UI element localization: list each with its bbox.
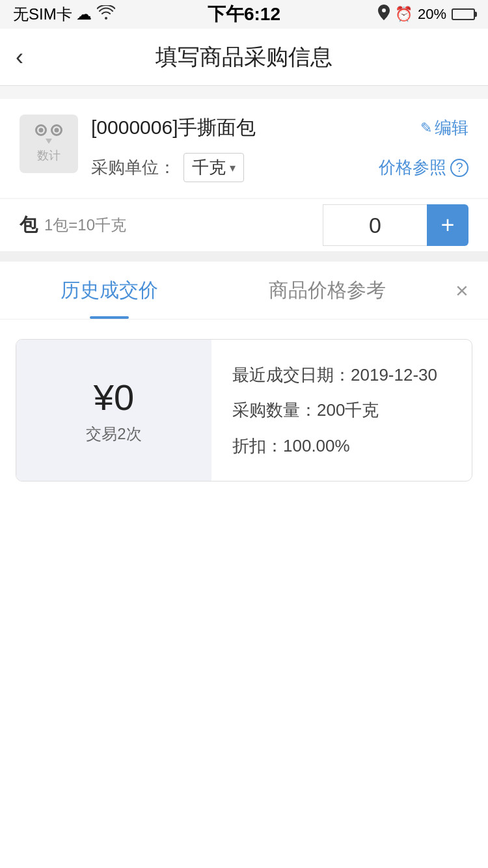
- history-price-right: 最近成交日期：2019-12-30 采购数量：200千克 折扣：100.00%: [211, 340, 472, 481]
- tab-price-ref-label: 商品价格参考: [269, 277, 386, 304]
- recent-date-row: 最近成交日期：2019-12-30: [232, 363, 451, 387]
- status-bar: 无SIM卡 ☁ 下午6:12 ⏰ 20%: [0, 0, 488, 29]
- tabs-section: 历史成交价 商品价格参考 × ¥0 交易2次 最近成交日期：2019-12-30…: [0, 262, 488, 501]
- history-price-left: ¥0 交易2次: [16, 340, 211, 481]
- quantity-controls: 0 +: [323, 204, 468, 246]
- section-divider: [0, 251, 488, 262]
- history-price-card: ¥0 交易2次 最近成交日期：2019-12-30 采购数量：200千克 折扣：…: [16, 339, 472, 481]
- main-content-area: [0, 501, 488, 868]
- info-icon: ?: [450, 159, 468, 177]
- unit-label: 采购单位：: [91, 157, 176, 177]
- location-icon: [378, 5, 390, 24]
- tab-history-label: 历史成交价: [61, 277, 158, 304]
- recent-date-value: 2019-12-30: [351, 365, 437, 385]
- tabs-close-button[interactable]: ×: [436, 262, 488, 319]
- recent-date-label: 最近成交日期：: [232, 365, 351, 385]
- quantity-input[interactable]: 0: [323, 204, 427, 246]
- product-name-row: [0000006]手撕面包 ✎ 编辑: [91, 115, 468, 141]
- discount-row: 折扣：100.00%: [232, 434, 451, 457]
- edit-label: 编辑: [435, 116, 468, 139]
- product-card: 数计 [0000006]手撕面包 ✎ 编辑 采购单位： 千克 ▾ 价格参照 ?: [0, 99, 488, 198]
- status-left: 无SIM卡 ☁: [13, 4, 115, 25]
- dropdown-arrow-icon: ▾: [230, 161, 236, 175]
- alarm-icon: ⏰: [395, 6, 413, 23]
- status-time: 下午6:12: [208, 2, 280, 27]
- product-thumbnail: 数计: [20, 115, 78, 173]
- tabs-header: 历史成交价 商品价格参考 ×: [0, 262, 488, 319]
- wifi-icon: [97, 5, 115, 23]
- battery-icon: [452, 8, 475, 20]
- price-ref-button[interactable]: 价格参照 ?: [379, 156, 468, 179]
- product-logo: 数计: [35, 124, 62, 163]
- quantity-row: 包 1包=10千克 0 +: [0, 199, 488, 251]
- carrier-text: 无SIM卡 ☁: [13, 4, 92, 25]
- quantity-plus-button[interactable]: +: [427, 204, 468, 246]
- battery-percent: 20%: [418, 6, 446, 23]
- history-trades-count: 交易2次: [86, 424, 141, 444]
- quantity-unit-info: 包 1包=10千克: [20, 213, 126, 237]
- close-icon: ×: [455, 278, 468, 303]
- unit-selector[interactable]: 千克 ▾: [183, 153, 244, 182]
- unit-value: 千克: [192, 156, 226, 179]
- tab-history-price[interactable]: 历史成交价: [0, 262, 218, 319]
- product-details: [0000006]手撕面包 ✎ 编辑 采购单位： 千克 ▾ 价格参照 ?: [91, 115, 468, 182]
- unit-section: 采购单位： 千克 ▾: [91, 153, 244, 182]
- quantity-row-detail: 采购数量：200千克: [232, 398, 451, 422]
- quantity-detail-value: 200千克: [317, 400, 379, 420]
- nav-bar: ‹ 填写商品采购信息: [0, 29, 488, 86]
- unit-badge: 包: [20, 213, 38, 237]
- page-title: 填写商品采购信息: [156, 42, 332, 72]
- quantity-detail-label: 采购数量：: [232, 400, 317, 420]
- plus-icon: +: [441, 211, 454, 239]
- price-ref-label: 价格参照: [379, 156, 446, 179]
- product-unit-row: 采购单位： 千克 ▾ 价格参照 ?: [91, 153, 468, 182]
- history-price-content: ¥0 交易2次 最近成交日期：2019-12-30 采购数量：200千克 折扣：…: [0, 319, 488, 501]
- discount-label: 折扣：: [232, 436, 283, 455]
- back-button[interactable]: ‹: [16, 44, 23, 71]
- history-price-value: ¥0: [94, 376, 134, 418]
- discount-value: 100.00%: [283, 436, 350, 455]
- quantity-value: 0: [369, 213, 381, 238]
- edit-button[interactable]: ✎ 编辑: [420, 116, 468, 139]
- status-right: ⏰ 20%: [378, 5, 475, 24]
- tab-price-ref[interactable]: 商品价格参考: [218, 262, 436, 319]
- unit-conversion: 1包=10千克: [44, 215, 126, 236]
- edit-icon: ✎: [420, 120, 432, 137]
- product-full-name: [0000006]手撕面包: [91, 115, 256, 141]
